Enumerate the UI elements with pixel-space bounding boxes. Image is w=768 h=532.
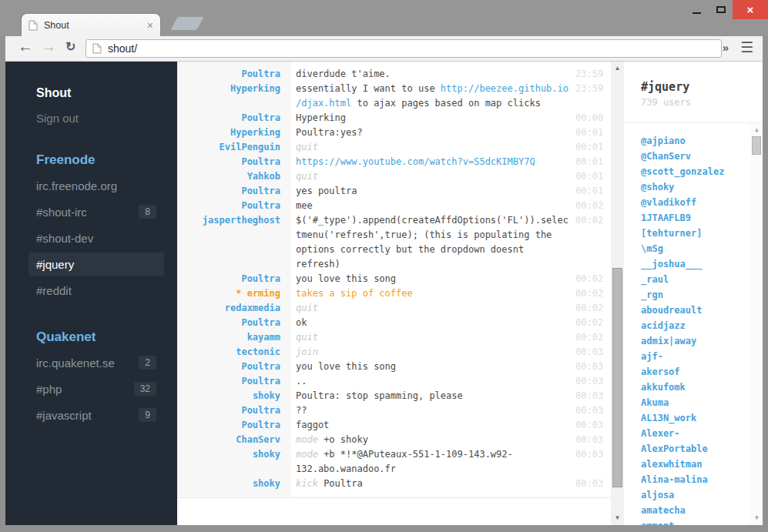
forward-button[interactable]: →: [41, 38, 56, 55]
browser-titlebar[interactable]: Shout × ×: [0, 0, 768, 36]
message-author[interactable]: Poultra: [177, 403, 291, 418]
message-author[interactable]: Yahkob: [177, 169, 291, 184]
user-list-item[interactable]: \mSg: [641, 243, 763, 259]
message-text: mode +o shoky: [291, 433, 575, 447]
chat-scrollbar-thumb[interactable]: [612, 268, 622, 487]
chat-message: Poultra..00:03: [177, 374, 611, 389]
sidebar-item-ircfreenodeorg[interactable]: irc.freenode.org: [29, 174, 164, 197]
message-author[interactable]: Poultra: [177, 418, 291, 433]
message-link[interactable]: https://www.youtube.com/watch?v=S5dcKIMB…: [296, 156, 535, 167]
message-text: faggot: [291, 418, 575, 433]
scroll-down-icon[interactable]: ▼: [611, 512, 624, 524]
message-author[interactable]: redaxmedia: [177, 301, 291, 316]
user-list-item[interactable]: _rgn: [641, 289, 763, 305]
user-list-item[interactable]: @vladikoff: [641, 197, 763, 212]
user-list-item[interactable]: acidjazz: [641, 320, 763, 336]
message-text: ..: [291, 374, 575, 389]
message-author[interactable]: Poultra: [177, 155, 291, 169]
new-tab-button[interactable]: [170, 17, 203, 30]
message-author[interactable]: ChanServ: [177, 433, 291, 447]
message-author[interactable]: shoky: [177, 477, 291, 491]
user-list-item[interactable]: 1JTAAFLB9: [641, 212, 763, 228]
user-list-item[interactable]: @shoky: [641, 182, 763, 197]
channel-label: irc.freenode.org: [36, 179, 117, 192]
message-author[interactable]: Poultra: [177, 199, 291, 213]
message-author[interactable]: Hyperking: [177, 82, 291, 111]
user-list-item[interactable]: amatecha: [641, 505, 763, 520]
message-author[interactable]: Poultra: [177, 111, 291, 125]
chat-message: Poultraok00:02: [177, 316, 611, 330]
user-list-item[interactable]: ajf-: [641, 351, 763, 366]
user-list-item[interactable]: Alina-malina: [641, 474, 763, 490]
sidebar-item-ircquakenetse[interactable]: irc.quakenet.se2: [29, 351, 164, 374]
scroll-up-icon[interactable]: ▲: [611, 62, 624, 75]
sidebar-item-php[interactable]: #php32: [29, 377, 164, 400]
scroll-down-icon[interactable]: ▼: [750, 512, 763, 524]
channel-label: #shout-irc: [36, 206, 87, 219]
user-list-item[interactable]: ammont: [641, 520, 763, 525]
user-list-item[interactable]: @ChanServ: [641, 151, 763, 166]
chat-scrollbar[interactable]: ▲ ▼: [611, 62, 624, 525]
message-author[interactable]: Poultra: [177, 360, 291, 374]
user-list-item[interactable]: alexwhitman: [641, 459, 763, 474]
message-author[interactable]: Poultra: [177, 67, 291, 82]
message-timestamp: 00:02: [575, 316, 611, 330]
user-list-item[interactable]: admix|away: [641, 336, 763, 351]
message-text: $('#_type').append(createAffdOptions('FL…: [291, 213, 575, 272]
address-bar[interactable]: shout/: [86, 39, 722, 58]
sidebar-item-shoutdev[interactable]: #shout-dev: [29, 226, 164, 249]
reload-button[interactable]: ↻: [65, 39, 75, 54]
sidebar-item-javascript[interactable]: #javascript9: [29, 403, 164, 427]
message-author[interactable]: jaspertheghost: [177, 213, 291, 272]
channel-list: irc.freenode.org#shout-irc8#shout-dev#jq…: [5, 174, 177, 302]
minimize-button[interactable]: [685, 0, 709, 19]
user-list-item[interactable]: AL13N_work: [641, 413, 763, 428]
maximize-button[interactable]: [709, 0, 733, 19]
user-list-item[interactable]: aboudreault: [641, 305, 763, 320]
user-list-item[interactable]: aljosa: [641, 490, 763, 505]
user-list-item[interactable]: AlexPortable: [641, 443, 763, 459]
user-list-item[interactable]: @scott_gonzalez: [641, 166, 763, 182]
chat-message: shokyPoultra: stop spamming, please00:03: [177, 389, 611, 403]
message-author[interactable]: Poultra: [177, 272, 291, 286]
overflow-chevron-icon[interactable]: »: [723, 41, 729, 54]
message-author[interactable]: Poultra: [177, 316, 291, 330]
chat-input-area[interactable]: [177, 497, 611, 525]
menu-icon[interactable]: ☰: [740, 38, 753, 56]
message-author[interactable]: Poultra: [177, 184, 291, 199]
user-list-item[interactable]: Alexer-: [641, 428, 763, 443]
message-author[interactable]: Hyperking: [177, 125, 291, 140]
userlist-scrollbar[interactable]: ▲ ▼: [750, 123, 763, 525]
chat-message: Poultrayou love this song00:02: [177, 272, 611, 286]
message-author[interactable]: Poultra: [177, 374, 291, 389]
user-list-item[interactable]: akersof: [641, 366, 763, 382]
message-part: +b *!*@APuteaux-551-1-109-143.w92- 132.a…: [296, 449, 513, 474]
back-button[interactable]: ←: [18, 38, 33, 55]
browser-tab[interactable]: Shout ×: [22, 14, 160, 36]
scroll-up-icon[interactable]: ▲: [750, 124, 763, 136]
userlist-scrollbar-thumb[interactable]: [752, 136, 761, 155]
message-part: quit: [296, 303, 318, 313]
url-text: shout/: [108, 42, 137, 55]
close-button[interactable]: ×: [733, 0, 768, 19]
message-author[interactable]: kayamm: [177, 330, 291, 345]
sidebar-item-jquery[interactable]: #jquery: [29, 253, 164, 276]
user-list-item[interactable]: __joshua___: [641, 259, 763, 274]
tab-close-icon[interactable]: ×: [147, 20, 153, 31]
message-author[interactable]: * erming: [177, 286, 291, 301]
sidebar-item-reddit[interactable]: #reddit: [29, 279, 164, 302]
message-author[interactable]: shoky: [177, 447, 291, 477]
page-favicon-icon: [29, 20, 38, 31]
message-author[interactable]: EvilPenguin: [177, 140, 291, 155]
sidebar-item-shoutirc[interactable]: #shout-irc8: [29, 200, 164, 223]
message-author[interactable]: shoky: [177, 389, 291, 403]
user-list-item[interactable]: _raul: [641, 274, 763, 289]
message-part: to ajax pages based on map clicks: [351, 98, 541, 109]
message-author[interactable]: tectonic: [177, 345, 291, 360]
sign-out-link[interactable]: Sign out: [36, 112, 177, 125]
user-list-item[interactable]: [tehturner]: [641, 228, 763, 243]
user-list-item[interactable]: akkufomk: [641, 382, 763, 397]
channel-label: #php: [36, 383, 62, 396]
user-list-item[interactable]: @ajpiano: [641, 136, 763, 151]
user-list-item[interactable]: Akuma: [641, 397, 763, 413]
